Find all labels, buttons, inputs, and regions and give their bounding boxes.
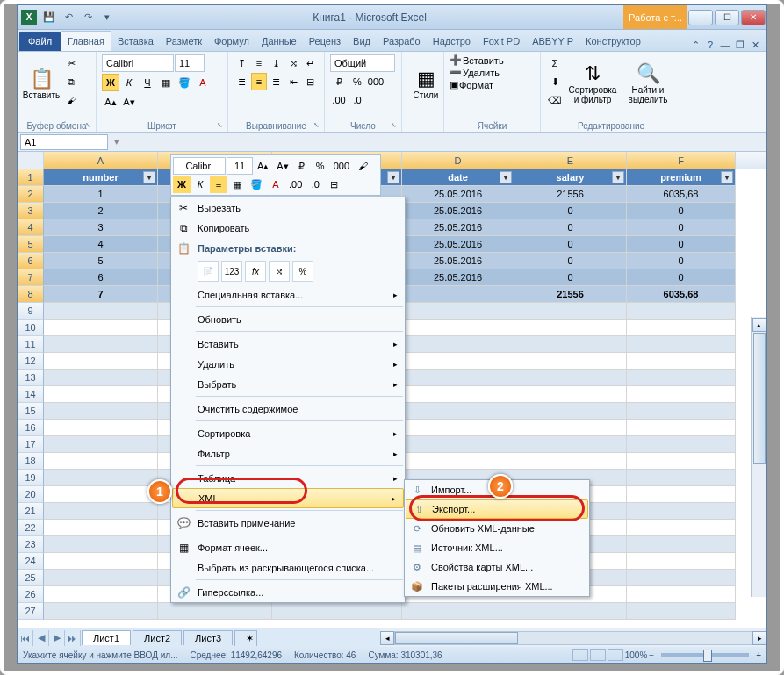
sheet-nav-prev-icon[interactable]: ◀ bbox=[33, 630, 49, 646]
table-cell[interactable]: 25.05.2016 bbox=[402, 236, 514, 253]
view-normal-icon[interactable] bbox=[572, 649, 588, 661]
row-header[interactable]: 11 bbox=[18, 336, 44, 353]
row-header[interactable]: 15 bbox=[18, 403, 44, 420]
table-header-cell[interactable]: salary▾ bbox=[514, 169, 627, 186]
mini-font-name[interactable]: Calibri bbox=[173, 157, 226, 175]
align-left-icon[interactable]: ≣ bbox=[234, 73, 250, 90]
undo-icon[interactable]: ↶ bbox=[60, 10, 77, 25]
align-top-icon[interactable]: ⤒ bbox=[234, 54, 250, 72]
view-pagebreak-icon[interactable] bbox=[608, 649, 623, 661]
mini-comma-icon[interactable]: 000 bbox=[330, 157, 353, 175]
comma-icon[interactable]: 000 bbox=[367, 73, 385, 90]
table-header-cell[interactable]: number▾ bbox=[44, 169, 158, 186]
empty-cell[interactable] bbox=[44, 403, 158, 420]
row-header[interactable]: 18 bbox=[18, 453, 44, 470]
table-cell[interactable]: 0 bbox=[514, 219, 627, 236]
empty-cell[interactable] bbox=[44, 303, 158, 320]
col-header[interactable]: F bbox=[627, 152, 736, 169]
empty-cell[interactable] bbox=[402, 603, 514, 620]
scroll-left-icon[interactable]: ◂ bbox=[380, 631, 394, 645]
new-sheet-button[interactable]: ✶ bbox=[234, 630, 257, 646]
empty-cell[interactable] bbox=[44, 503, 158, 520]
table-cell[interactable]: 0 bbox=[514, 236, 627, 253]
ctx-delete[interactable]: Удалить▸ bbox=[171, 354, 405, 374]
fill-color-button[interactable]: 🪣 bbox=[176, 74, 193, 91]
tab-developer[interactable]: Разрабо bbox=[377, 32, 427, 51]
table-cell[interactable]: 2 bbox=[44, 203, 158, 219]
align-bottom-icon[interactable]: ⤓ bbox=[268, 54, 284, 72]
indent-decrease-icon[interactable]: ⇤ bbox=[285, 73, 302, 90]
mini-font-size[interactable]: 11 bbox=[227, 157, 253, 175]
cells-insert-label[interactable]: Вставить bbox=[463, 55, 504, 66]
empty-cell[interactable] bbox=[627, 503, 736, 520]
empty-cell[interactable] bbox=[402, 303, 514, 320]
mini-percent-icon[interactable]: % bbox=[312, 157, 329, 175]
empty-cell[interactable] bbox=[44, 536, 158, 553]
empty-cell[interactable] bbox=[402, 336, 514, 353]
tab-foxit[interactable]: Foxit PD bbox=[477, 32, 526, 51]
empty-cell[interactable] bbox=[627, 553, 736, 570]
empty-cell[interactable] bbox=[627, 453, 736, 470]
sheet-tab-2[interactable]: Лист2 bbox=[133, 630, 182, 645]
empty-cell[interactable] bbox=[44, 520, 158, 536]
row-header[interactable]: 21 bbox=[18, 503, 44, 520]
mdi-restore-icon[interactable]: ❐ bbox=[734, 39, 746, 51]
scroll-up-icon[interactable]: ▴ bbox=[752, 318, 766, 332]
fill-icon[interactable]: ⬇ bbox=[546, 73, 564, 90]
filter-dropdown-icon[interactable]: ▾ bbox=[387, 171, 399, 183]
empty-cell[interactable] bbox=[44, 486, 158, 503]
row-header[interactable]: 6 bbox=[18, 253, 44, 269]
sheet-nav-last-icon[interactable]: ⏭ bbox=[65, 630, 81, 646]
ctx-table[interactable]: Таблица▸ bbox=[171, 468, 405, 488]
paste-values-icon[interactable]: 123 bbox=[221, 261, 242, 282]
empty-cell[interactable] bbox=[627, 370, 736, 386]
minimize-ribbon-icon[interactable]: ⌃ bbox=[689, 39, 701, 51]
mdi-close-icon[interactable]: ✕ bbox=[749, 39, 761, 51]
tab-view[interactable]: Вид bbox=[347, 32, 377, 51]
ctx-copy[interactable]: ⧉Копировать bbox=[171, 218, 405, 238]
table-cell[interactable]: 25.05.2016 bbox=[402, 203, 514, 219]
cells-format-label[interactable]: Формат bbox=[459, 80, 493, 90]
format-painter-icon[interactable]: 🖌 bbox=[62, 91, 80, 109]
empty-cell[interactable] bbox=[158, 603, 272, 620]
empty-cell[interactable] bbox=[44, 603, 158, 620]
empty-cell[interactable] bbox=[627, 486, 736, 503]
tab-insert[interactable]: Вставка bbox=[111, 32, 160, 51]
empty-cell[interactable] bbox=[627, 570, 736, 586]
ctx-xml[interactable]: XML▸ bbox=[172, 488, 404, 508]
mini-grow-font-icon[interactable]: A▴ bbox=[254, 157, 272, 175]
table-cell[interactable]: 0 bbox=[514, 203, 627, 219]
ctx-refresh[interactable]: Обновить bbox=[171, 309, 405, 329]
paste-formatting-icon[interactable]: % bbox=[292, 261, 313, 282]
empty-cell[interactable] bbox=[627, 403, 736, 420]
row-header[interactable]: 17 bbox=[18, 436, 44, 453]
file-tab[interactable]: Файл bbox=[19, 32, 61, 51]
paste-formulas-icon[interactable]: fx bbox=[245, 261, 266, 282]
row-header[interactable]: 25 bbox=[18, 570, 44, 586]
horizontal-scrollbar[interactable]: ◂ ▸ bbox=[380, 628, 766, 647]
row-header[interactable]: 19 bbox=[18, 470, 44, 486]
maximize-button[interactable]: ☐ bbox=[715, 10, 739, 25]
empty-cell[interactable] bbox=[44, 586, 158, 603]
cells-delete-icon[interactable]: ➖ bbox=[450, 67, 462, 78]
empty-cell[interactable] bbox=[514, 603, 627, 620]
table-cell[interactable]: 0 bbox=[627, 236, 736, 253]
sheet-tab-1[interactable]: Лист1 bbox=[82, 630, 131, 645]
empty-cell[interactable] bbox=[514, 386, 627, 403]
xml-expansion-packs[interactable]: 📦Пакеты расширения XML... bbox=[405, 577, 589, 596]
mini-italic-button[interactable]: К bbox=[191, 176, 209, 193]
table-cell[interactable]: 21556 bbox=[514, 186, 627, 203]
table-cell[interactable]: 0 bbox=[627, 219, 736, 236]
row-header[interactable]: 24 bbox=[18, 553, 44, 570]
paste-all-icon[interactable]: 📄 bbox=[198, 261, 219, 282]
font-size-box[interactable]: 11 bbox=[175, 54, 205, 72]
name-box[interactable]: A1 bbox=[20, 134, 108, 150]
styles-button[interactable]: ▦ Стили bbox=[407, 54, 444, 112]
view-pagelayout-icon[interactable] bbox=[590, 649, 606, 661]
xml-map-properties[interactable]: ⚙Свойства карты XML... bbox=[405, 557, 589, 577]
filter-dropdown-icon[interactable]: ▾ bbox=[612, 171, 624, 183]
empty-cell[interactable] bbox=[44, 453, 158, 470]
tab-data[interactable]: Данные bbox=[255, 32, 303, 51]
empty-cell[interactable] bbox=[514, 370, 627, 386]
empty-cell[interactable] bbox=[627, 386, 736, 403]
